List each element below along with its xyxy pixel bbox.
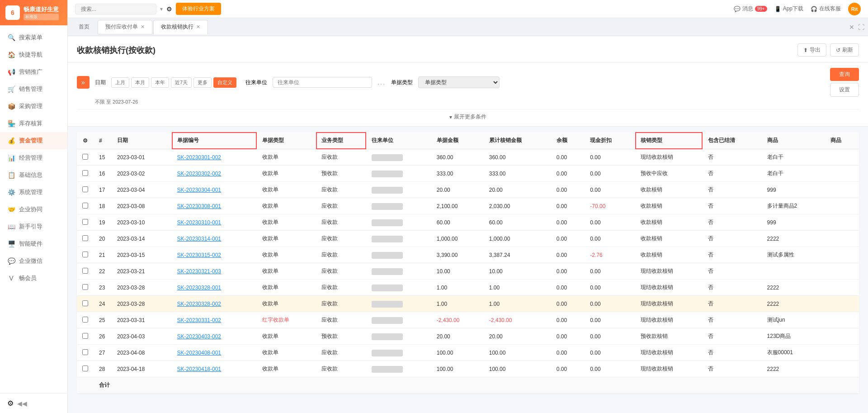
row-checkbox-4[interactable] xyxy=(82,219,88,225)
row-checkbox-6[interactable] xyxy=(82,252,88,257)
td-bill-no-3[interactable]: SK-20230308-001 xyxy=(172,198,257,214)
bill-no-link-4[interactable]: SK-20230310-001 xyxy=(177,219,221,226)
td-checkbox-3[interactable] xyxy=(77,198,94,214)
tab-writeoff-close[interactable]: ✕ xyxy=(196,24,200,30)
sidebar-item-enterprise[interactable]: 🤝 企业协同 xyxy=(0,201,67,218)
expand-window-icon[interactable]: ⛶ xyxy=(858,24,864,31)
td-bill-no-0[interactable]: SK-20230301-002 xyxy=(172,149,257,166)
setting-button[interactable]: 设置 xyxy=(830,83,859,97)
sidebar-item-inventory[interactable]: 🏪 库存核算 xyxy=(0,115,67,132)
sidebar-item-wechat[interactable]: 💬 企业微信 xyxy=(0,252,67,270)
tab-prepay[interactable]: 预付应收付单 ✕ xyxy=(98,20,152,34)
filter-toggle-button[interactable]: » xyxy=(77,76,90,89)
sidebar-item-member[interactable]: V 畅会员 xyxy=(0,270,67,287)
td-checkbox-11[interactable] xyxy=(77,328,94,345)
query-button[interactable]: 查询 xyxy=(830,68,859,81)
row-checkbox-10[interactable] xyxy=(82,317,88,323)
date-btn-7days[interactable]: 近7天 xyxy=(171,77,192,88)
sidebar-item-quicknav[interactable]: 🏠 快捷导航 xyxy=(0,46,67,63)
date-btn-last-month[interactable]: 上月 xyxy=(111,77,129,88)
bill-no-link-10[interactable]: SK-20230331-002 xyxy=(177,317,221,323)
td-checkbox-7[interactable] xyxy=(77,263,94,280)
row-checkbox-13[interactable] xyxy=(82,366,88,371)
row-checkbox-0[interactable] xyxy=(82,154,88,160)
bill-no-link-2[interactable]: SK-20230304-001 xyxy=(177,187,221,193)
td-checkbox-12[interactable] xyxy=(77,345,94,361)
row-checkbox-1[interactable] xyxy=(82,170,88,176)
row-checkbox-2[interactable] xyxy=(82,186,88,192)
td-bill-no-8[interactable]: SK-20230328-001 xyxy=(172,280,257,296)
td-checkbox-2[interactable] xyxy=(77,182,94,198)
td-checkbox-13[interactable] xyxy=(77,361,94,377)
date-btn-more[interactable]: 更多 xyxy=(193,77,212,88)
td-bill-no-2[interactable]: SK-20230304-001 xyxy=(172,182,257,198)
tab-writeoff[interactable]: 收款核销执行 ✕ xyxy=(153,20,208,34)
date-btn-this-year[interactable]: 本年 xyxy=(151,77,169,88)
bill-no-link-0[interactable]: SK-20230301-002 xyxy=(177,154,221,161)
bill-no-link-1[interactable]: SK-20230302-002 xyxy=(177,171,221,177)
bill-no-link-6[interactable]: SK-20230315-002 xyxy=(177,252,221,258)
sidebar-item-sales[interactable]: 🛒 销售管理 xyxy=(0,81,67,98)
filter-partner-input[interactable] xyxy=(273,77,372,88)
td-bill-no-7[interactable]: SK-20230321-003 xyxy=(172,263,257,280)
tab-home[interactable]: 首页 xyxy=(71,20,97,34)
row-checkbox-8[interactable] xyxy=(82,284,88,290)
td-bill-no-4[interactable]: SK-20230310-001 xyxy=(172,214,257,231)
customer-service-area[interactable]: 🎧 在线客服 xyxy=(811,5,841,13)
close-window-icon[interactable]: ✕ xyxy=(849,24,854,31)
sidebar-item-guide[interactable]: 📖 新手引导 xyxy=(0,218,67,235)
filter-bill-type-select[interactable]: 单据类型 xyxy=(418,76,500,88)
row-checkbox-12[interactable] xyxy=(82,349,88,355)
th-settings[interactable]: ⚙ xyxy=(77,132,94,149)
bill-no-link-3[interactable]: SK-20230308-001 xyxy=(177,203,221,209)
td-bill-no-1[interactable]: SK-20230302-002 xyxy=(172,166,257,182)
td-bill-no-12[interactable]: SK-20230408-001 xyxy=(172,345,257,361)
bill-no-link-12[interactable]: SK-20230408-001 xyxy=(177,350,221,356)
sidebar-item-system[interactable]: ⚙️ 系统管理 xyxy=(0,184,67,201)
bill-no-link-8[interactable]: SK-20230328-001 xyxy=(177,285,221,291)
td-bill-no-11[interactable]: SK-20230403-002 xyxy=(172,328,257,345)
row-checkbox-3[interactable] xyxy=(82,203,88,209)
collapse-icon[interactable]: ◀◀ xyxy=(17,400,27,407)
user-avatar[interactable]: Rit xyxy=(848,3,861,15)
sidebar-item-marketing[interactable]: 📢 营销推广 xyxy=(0,63,67,81)
td-checkbox-1[interactable] xyxy=(77,166,94,182)
bill-no-link-7[interactable]: SK-20230321-003 xyxy=(177,268,221,275)
td-checkbox-8[interactable] xyxy=(77,280,94,296)
td-checkbox-6[interactable] xyxy=(77,247,94,263)
sidebar-item-basic[interactable]: 📋 基础信息 xyxy=(0,166,67,184)
td-bill-no-9[interactable]: SK-20230328-002 xyxy=(172,296,257,312)
app-download-area[interactable]: 📱 App下载 xyxy=(774,5,803,13)
td-checkbox-5[interactable] xyxy=(77,231,94,247)
date-btn-custom[interactable]: 自定义 xyxy=(213,77,236,88)
dropdown-arrow-icon[interactable]: ▾ xyxy=(160,6,163,12)
row-checkbox-5[interactable] xyxy=(82,235,88,241)
sidebar-item-operations[interactable]: 📊 经营管理 xyxy=(0,149,67,166)
td-checkbox-10[interactable] xyxy=(77,312,94,328)
td-checkbox-9[interactable] xyxy=(77,296,94,312)
date-btn-this-month[interactable]: 本月 xyxy=(131,77,149,88)
td-checkbox-0[interactable] xyxy=(77,149,94,166)
row-checkbox-7[interactable] xyxy=(82,268,88,274)
settings-footer-icon[interactable]: ⚙ xyxy=(7,399,14,408)
bill-no-link-11[interactable]: SK-20230403-002 xyxy=(177,333,221,340)
expand-more-button[interactable]: ▾ 展开更多条件 xyxy=(77,113,859,121)
td-bill-no-13[interactable]: SK-20230418-001 xyxy=(172,361,257,377)
topbar-gear-icon[interactable]: ⚙ xyxy=(166,5,172,13)
sidebar-item-search[interactable]: 🔍 搜索菜单 xyxy=(0,29,67,46)
sidebar-item-hardware[interactable]: 🖥️ 智能硬件 xyxy=(0,235,67,252)
bill-no-link-5[interactable]: SK-20230314-001 xyxy=(177,236,221,242)
industry-solution-button[interactable]: 体验行业方案 xyxy=(176,3,221,15)
tab-prepay-close[interactable]: ✕ xyxy=(141,24,145,30)
td-bill-no-10[interactable]: SK-20230331-002 xyxy=(172,312,257,328)
export-button[interactable]: ⬆ 导出 xyxy=(797,43,826,57)
bill-no-link-9[interactable]: SK-20230328-002 xyxy=(177,301,221,307)
bill-no-link-13[interactable]: SK-20230418-001 xyxy=(177,366,221,372)
td-checkbox-4[interactable] xyxy=(77,214,94,231)
row-checkbox-11[interactable] xyxy=(82,333,88,339)
messages-area[interactable]: 💬 消息 99+ xyxy=(734,5,767,13)
refresh-button[interactable]: ↺ 刷新 xyxy=(830,43,859,57)
sidebar-item-purchase[interactable]: 📦 采购管理 xyxy=(0,98,67,115)
sidebar-item-finance[interactable]: 💰 资金管理 xyxy=(0,132,67,149)
row-checkbox-9[interactable] xyxy=(82,300,88,306)
